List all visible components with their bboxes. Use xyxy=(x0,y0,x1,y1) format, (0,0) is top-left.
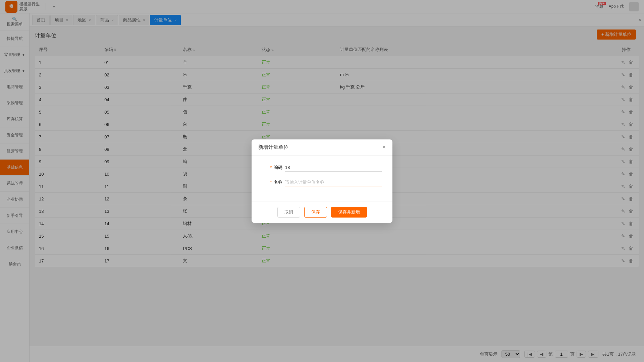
modal-title: 新增计量单位 xyxy=(258,144,288,150)
modal-footer: 取消 保存 保存并新增 xyxy=(252,201,392,223)
code-input[interactable] xyxy=(285,164,382,172)
modal-body: * 编码 * 名称 xyxy=(252,156,392,201)
modal-close-button[interactable]: × xyxy=(382,144,386,150)
name-label: * 名称 xyxy=(262,179,282,185)
required-mark: * xyxy=(270,180,272,185)
code-field-row: * 编码 xyxy=(262,164,382,172)
modal-header: 新增计量单位 × xyxy=(252,139,392,156)
save-button[interactable]: 保存 xyxy=(304,207,327,218)
required-mark: * xyxy=(270,165,272,170)
modal-overlay: 新增计量单位 × * 编码 * 名称 取消 保存 保存并新增 xyxy=(0,0,644,362)
name-input[interactable] xyxy=(285,178,382,186)
code-label: * 编码 xyxy=(262,165,282,171)
add-unit-modal: 新增计量单位 × * 编码 * 名称 取消 保存 保存并新增 xyxy=(252,139,392,223)
name-field-row: * 名称 xyxy=(262,178,382,186)
save-and-new-button[interactable]: 保存并新增 xyxy=(331,207,367,218)
cancel-button[interactable]: 取消 xyxy=(277,207,300,218)
